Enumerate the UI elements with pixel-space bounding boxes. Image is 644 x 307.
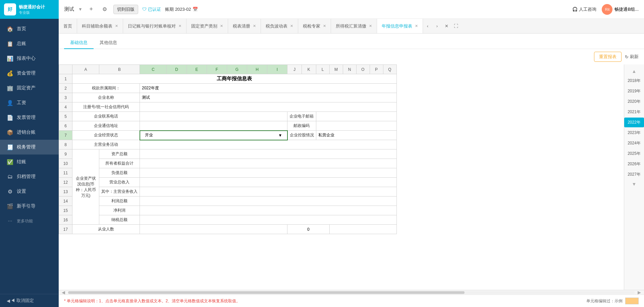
reset-report-button[interactable]: 重置报表 [594,52,622,62]
row-num-5: 5 [59,112,72,121]
cell-7-right-value[interactable]: 私营企业 [316,131,396,140]
cell-17-value[interactable] [140,225,287,234]
topbar-add-button[interactable]: + [87,5,96,14]
cell-9-value[interactable] [140,149,397,159]
year-2024[interactable]: 2024年 [624,138,644,148]
row-num-15: 15 [59,206,72,215]
refresh-button[interactable]: ↻ 刷新 [625,54,639,60]
cell-17-right[interactable] [329,225,396,234]
switch-old-version-button[interactable]: 切到旧版 [113,5,138,14]
sidebar-item-close[interactable]: ✅ 结账 [0,155,59,169]
tab-taxreturn[interactable]: 税表清册 ✕ [228,19,261,34]
tab-close-journal[interactable]: ✕ [178,24,181,28]
tab-taxwave[interactable]: 税负波动表 ✕ [261,19,298,34]
sidebar-item-ledger[interactable]: 📋 总账 [0,36,59,51]
tab-aux[interactable]: 科目辅助余额表 ✕ [77,19,123,34]
subtab-other[interactable]: 其他信息 [94,37,123,49]
sidebar-item-settings[interactable]: ⚙ 设置 [0,184,59,199]
cell-10-value[interactable] [140,159,397,168]
cell-3-value[interactable]: 测试 [140,93,397,102]
panel-up-icon[interactable]: ▲ [631,67,638,75]
cell-12-value[interactable] [140,178,397,187]
service-button[interactable]: 🎧 人工咨询 [572,6,596,12]
year-2026[interactable]: 2026年 [624,159,644,169]
tab-expand-icon[interactable]: ⛶ [451,19,461,34]
cell-6-right-value[interactable] [316,121,396,131]
calendar-icon[interactable]: 📅 [193,7,198,12]
tab-taxcheck[interactable]: 税检专家 ✕ [298,19,331,34]
cell-7-dropdown[interactable]: 开业 ▼ [140,131,287,140]
row-num-4: 4 [59,102,72,112]
topbar-settings-icon[interactable]: ⚙ [100,5,109,14]
cell-6-value[interactable] [140,121,287,131]
tab-close-taxcheck[interactable]: ✕ [323,24,326,28]
cell-5-value[interactable] [140,112,287,121]
cell-2-value[interactable]: 2022年度 [140,84,397,93]
sidebar-item-fund[interactable]: 💰 资金管理 [0,66,59,81]
cell-11-value[interactable] [140,168,397,178]
archive-icon: 🗂 [7,173,13,180]
spreadsheet-main[interactable]: A B C D E F G H I J [59,64,624,290]
cell-13-value[interactable] [140,187,397,196]
year-2022[interactable]: 2022年 [624,118,644,127]
year-2021[interactable]: 2021年 [624,107,644,117]
horizontal-scrollbar[interactable]: ◀ ▶ [59,290,644,295]
sidebar-item-invoice[interactable]: 📄 发票管理 [0,110,59,125]
sidebar-item-asset[interactable]: 🏢 固定资产 [0,81,59,95]
sidebar-item-more[interactable]: ··· 更多功能 [0,214,59,228]
tab-close-taxreturn[interactable]: ✕ [253,24,256,28]
subtab-bar: 基础信息 其他信息 [59,34,644,49]
cell-15-value[interactable] [140,206,397,215]
cell-4-value[interactable] [140,102,397,112]
tab-close-fixedasset[interactable]: ✕ [220,24,223,28]
tab-home[interactable]: 首页 [59,19,77,34]
cell-6-label: 企业通信地址 [72,121,140,131]
year-2027[interactable]: 2027年 [624,170,644,179]
scroll-right-icon[interactable]: ▶ [636,290,643,295]
cancel-fixed-button[interactable]: ◀ ◀ 取消固定 [7,298,52,304]
col-header-e: E [187,65,207,74]
sidebar-footer: ◀ ◀ 取消固定 [0,294,59,307]
scroll-thumb[interactable] [68,291,465,294]
year-2018[interactable]: 2018年 [624,76,644,86]
table-row: 6 企业通信地址 邮政编码 [59,121,397,131]
topbar-dropdown-icon[interactable]: ▼ [78,7,83,12]
cell-5-right-value[interactable] [316,112,396,121]
row-num-6: 6 [59,121,72,131]
year-2023[interactable]: 2023年 [624,128,644,138]
cell-8-value[interactable] [140,140,397,149]
tab-close-incometax[interactable]: ✕ [369,24,372,28]
cell-5-right-label: 企业电子邮箱 [287,112,316,121]
sidebar-item-home[interactable]: 🏠 首页 [0,21,59,36]
sidebar-item-stock[interactable]: 📦 进销台账 [0,125,59,140]
spreadsheet-container: A B C D E F G H I J [59,64,644,290]
sidebar-item-archive[interactable]: 🗂 归档管理 [0,169,59,184]
sheet-title[interactable]: 工商年报信息表 [72,74,397,84]
tab-annual[interactable]: 年报信息申报表 ✕ [377,19,423,34]
tab-close-annual[interactable]: ✕ [415,24,418,28]
tab-close-all-button[interactable]: ✕ [442,19,451,34]
user-menu[interactable]: Rit 畅捷通B组... [602,4,639,15]
cell-17-middle[interactable]: 0 [287,225,330,234]
cell-16-value[interactable] [140,215,397,225]
year-2020[interactable]: 2020年 [624,97,644,106]
tab-fixedasset[interactable]: 固定资产类别 ✕ [186,19,228,34]
sidebar-item-report[interactable]: 📊 报表中心 [0,51,59,66]
tab-prev-button[interactable]: ‹ [423,19,432,34]
tab-close-taxwave[interactable]: ✕ [290,24,293,28]
sidebar-item-guide[interactable]: 🎬 新手引导 [0,199,59,214]
sidebar-item-tax[interactable]: 🧾 税务管理 [0,140,59,155]
scroll-left-icon[interactable]: ◀ [60,290,67,295]
sidebar-item-salary[interactable]: 👤 工资 [0,95,59,110]
tab-close-aux[interactable]: ✕ [115,24,118,28]
tab-next-button[interactable]: › [432,19,442,34]
col-header-j: J [287,65,302,74]
subtab-basic[interactable]: 基础信息 [64,37,94,49]
panel-down-icon[interactable]: ▼ [631,180,638,188]
tab-incometax[interactable]: 所得税汇算清缴 ✕ [331,19,377,34]
cell-14-value[interactable] [140,196,397,206]
year-2025[interactable]: 2025年 [624,149,644,159]
year-2019[interactable]: 2019年 [624,86,644,96]
dropdown-arrow-icon[interactable]: ▼ [278,133,282,138]
tab-journal[interactable]: 日记账与银行对账单核对 ✕ [123,19,186,34]
